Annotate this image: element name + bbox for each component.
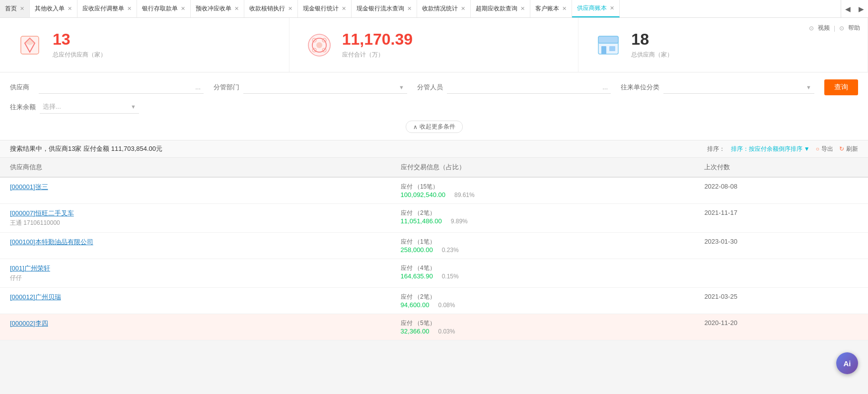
amount-value: 94,600.00 xyxy=(401,301,430,309)
nav-ar-ap-adjust-close[interactable]: ✕ xyxy=(127,5,132,12)
supplier-link[interactable]: [000007]恒旺二手叉车 xyxy=(10,209,74,217)
supplier-sub-text: 仔仔 xyxy=(10,274,381,282)
supplier-link[interactable]: [000012]广州贝瑞 xyxy=(10,293,61,301)
stat-payable-suppliers: 13 总应付供应商（家） xyxy=(0,18,289,72)
category-dropdown-icon: ▼ xyxy=(806,84,811,90)
last-pay-date-cell: 2020-11-20 xyxy=(694,314,868,340)
shop-icon xyxy=(593,30,623,60)
nav-prepay-flush[interactable]: 预收冲应收单 ✕ xyxy=(191,0,244,17)
payable-label-row: 应付 （2笔） xyxy=(401,293,685,301)
collapse-button[interactable]: ∧ 收起更多条件 xyxy=(406,121,463,133)
nav-collection-stat-close[interactable]: ✕ xyxy=(461,5,465,12)
nav-receipt-exec-close[interactable]: ✕ xyxy=(288,5,292,12)
table-row: [000012]广州贝瑞应付 （2笔）94,600.000.08%2021-03… xyxy=(0,288,868,314)
nav-bank-deposit[interactable]: 银行存取款单 ✕ xyxy=(137,0,191,17)
payable-info-cell: 应付 （1笔）258,000.000.23% xyxy=(391,233,695,259)
nav-arrow-right[interactable]: ▶ xyxy=(855,0,868,17)
help-link[interactable]: 帮助 xyxy=(848,24,860,32)
video-circle-icon: ⊙ xyxy=(809,25,814,32)
dept-label: 分管部门 xyxy=(214,83,239,92)
last-pay-date: 2020-11-20 xyxy=(704,319,737,327)
export-icon: ○ xyxy=(816,145,819,152)
nav-home-close[interactable]: ✕ xyxy=(20,5,24,12)
video-link[interactable]: 视频 xyxy=(818,24,830,32)
dept-select[interactable]: ▼ xyxy=(243,81,407,94)
nav-customer-ledger-close[interactable]: ✕ xyxy=(562,5,567,12)
payable-label-row: 应付 （15笔） xyxy=(401,183,685,191)
collapse-up-icon: ∧ xyxy=(413,124,418,131)
nav-home[interactable]: 首页 ✕ xyxy=(0,0,30,17)
stat-total-suppliers-label: 总供应商（家） xyxy=(631,51,673,59)
payable-label: 应付 （5笔） xyxy=(401,320,435,327)
nav-receipt-exec[interactable]: 收款核销执行 ✕ xyxy=(244,0,298,17)
table-row: [000007]恒旺二手叉车王通 17106110000应付 （2笔）11,05… xyxy=(0,204,868,233)
nav-overdue-query[interactable]: 超期应收款查询 ✕ xyxy=(471,0,530,17)
nav-supplier-ledger[interactable]: 供应商账本 ✕ xyxy=(572,0,620,17)
nav-supplier-ledger-close[interactable]: ✕ xyxy=(610,5,614,11)
nav-other-income[interactable]: 其他收入单 ✕ xyxy=(30,0,77,17)
export-button[interactable]: ○ 导出 xyxy=(816,145,833,153)
last-pay-date: 2021-03-25 xyxy=(704,293,737,300)
last-pay-date-cell: 2021-11-17 xyxy=(694,204,868,233)
nav-cash-bank-flow-close[interactable]: ✕ xyxy=(407,5,412,12)
table-row: [000002]李四应付 （5笔）32,366.000.03%2020-11-2… xyxy=(0,314,868,340)
nav-cash-bank-stat[interactable]: 现金银行统计 ✕ xyxy=(298,0,352,17)
table-row: [000001]张三应付 （15笔）100,092,540.0089.61%20… xyxy=(0,177,868,204)
stat-payable-suppliers-label: 总应付供应商（家） xyxy=(53,51,106,59)
result-text: 搜索结果中，供应商13家 应付金额 111,703,854.00元 xyxy=(10,144,162,153)
table-container: 供应商信息 应付交易信息（占比） 上次付数 [000001]张三应付 （15笔）… xyxy=(0,158,868,340)
nav-collection-stat[interactable]: 收款情况统计 ✕ xyxy=(417,0,471,17)
supplier-link[interactable]: [000002]李四 xyxy=(10,320,48,327)
nav-other-income-close[interactable]: ✕ xyxy=(68,5,72,12)
amount-value: 11,051,486.00 xyxy=(401,217,442,225)
sort-value[interactable]: 排序：按应付余额倒序排序 ▼ xyxy=(731,145,810,153)
last-pay-date: 2022-08-08 xyxy=(704,183,737,190)
svg-rect-13 xyxy=(609,46,615,51)
payable-label-row: 应付 （4笔） xyxy=(401,264,685,272)
result-bar: 搜索结果中，供应商13家 应付金额 111,703,854.00元 排序： 排序… xyxy=(0,140,868,158)
last-pay-date: 2021-11-17 xyxy=(704,209,737,216)
payable-info-cell: 应付 （4笔）164,635.900.15% xyxy=(391,259,695,288)
amount-row: 94,600.000.08% xyxy=(401,301,685,309)
stat-payable-amount: 11,170.39 应付合计（万） xyxy=(289,18,579,72)
supplier-input[interactable]: ... xyxy=(39,81,204,94)
supplier-table: 供应商信息 应付交易信息（占比） 上次付数 [000001]张三应付 （15笔）… xyxy=(0,158,868,340)
nav-bank-deposit-close[interactable]: ✕ xyxy=(181,5,185,12)
supplier-sub-text: 王通 17106110000 xyxy=(10,219,381,227)
collapse-row: ∧ 收起更多条件 xyxy=(10,119,858,135)
supplier-info-cell: [000007]恒旺二手叉车王通 17106110000 xyxy=(0,204,391,233)
person-input[interactable]: ... xyxy=(447,81,611,94)
person-field: 分管人员 ... xyxy=(417,81,611,94)
svg-rect-12 xyxy=(601,46,606,54)
search-row-2: 往来余额 选择... ▼ xyxy=(10,100,858,114)
nav-cash-bank-stat-close[interactable]: ✕ xyxy=(342,5,346,12)
category-select[interactable]: ▼ xyxy=(663,81,814,94)
supplier-link[interactable]: [000100]本特勤油品有限公司 xyxy=(10,238,93,246)
table-row: [000100]本特勤油品有限公司应付 （1笔）258,000.000.23%2… xyxy=(0,233,868,259)
nav-bar: 首页 ✕ 其他收入单 ✕ 应收应付调整单 ✕ 银行存取款单 ✕ 预收冲应收单 ✕… xyxy=(0,0,868,18)
balance-select[interactable]: 选择... ▼ xyxy=(40,100,139,114)
supplier-link[interactable]: [001]广州荣轩 xyxy=(10,264,50,272)
nav-prepay-flush-close[interactable]: ✕ xyxy=(234,5,239,12)
nav-customer-ledger[interactable]: 客户账本 ✕ xyxy=(530,0,572,17)
refresh-button[interactable]: ↻ 刷新 xyxy=(839,145,858,153)
stat-payable-suppliers-info: 13 总应付供应商（家） xyxy=(53,31,106,59)
help-circle-icon: ⊙ xyxy=(839,25,844,32)
sort-down-icon: ▼ xyxy=(804,145,810,152)
svg-point-5 xyxy=(316,42,322,48)
nav-arrow-left[interactable]: ◀ xyxy=(841,0,855,17)
balance-label: 往来余额 xyxy=(10,103,36,112)
supplier-info-cell: [000001]张三 xyxy=(0,177,391,204)
top-right-links: ⊙ 视频 | ⊙ 帮助 xyxy=(809,24,860,32)
nav-cash-bank-flow[interactable]: 现金银行流水查询 ✕ xyxy=(352,0,417,17)
nav-overdue-query-close[interactable]: ✕ xyxy=(520,5,525,12)
circle-pattern-icon xyxy=(304,30,334,60)
stat-payable-amount-info: 11,170.39 应付合计（万） xyxy=(342,31,413,59)
nav-ar-ap-adjust[interactable]: 应收应付调整单 ✕ xyxy=(77,0,137,17)
search-area: 供应商 ... 分管部门 ▼ 分管人员 ... 往来单位分类 ▼ xyxy=(0,72,868,140)
query-button[interactable]: 查询 xyxy=(824,79,858,95)
supplier-link[interactable]: [000001]张三 xyxy=(10,183,48,191)
payable-label: 应付 （1笔） xyxy=(401,238,435,245)
th-supplier-info: 供应商信息 xyxy=(0,158,391,177)
supplier-info-cell: [001]广州荣轩仔仔 xyxy=(0,259,391,288)
